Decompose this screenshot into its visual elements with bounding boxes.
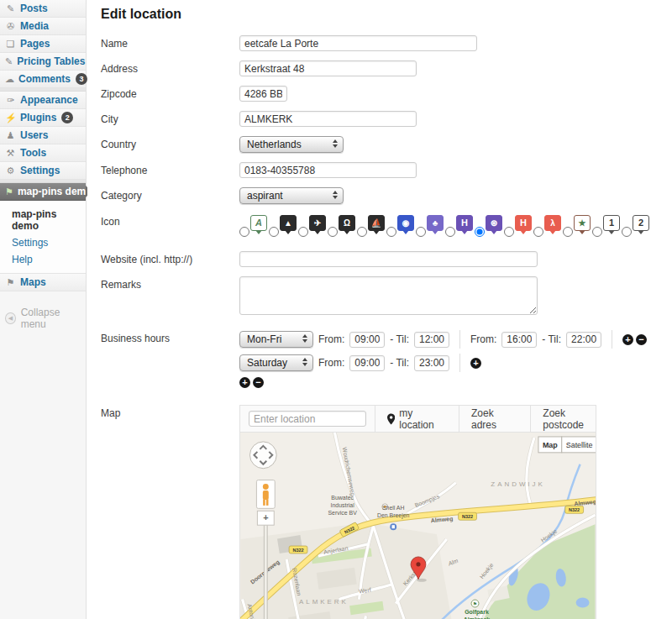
icon-radio-monument-pin[interactable] (269, 227, 279, 237)
telephone-row: Telephone (101, 162, 672, 178)
remarks-label: Remarks (101, 276, 239, 315)
icon-radio-stars-pin[interactable] (563, 227, 573, 237)
til-time-2a[interactable] (414, 355, 449, 371)
icon-option-letter-a-pin: A (239, 215, 267, 238)
map-canvas[interactable]: N322 N322 N322 N322 ZANDWI (239, 432, 596, 619)
plugins-count-badge: 2 (61, 112, 73, 123)
zoek-postcode-button[interactable]: Zoek postcode (530, 406, 596, 433)
day-select-2[interactable]: Saturday (239, 354, 313, 371)
icon-radio-number-2-pin[interactable] (622, 227, 632, 237)
route-badge-n322: N322 (459, 512, 477, 520)
map-pan-control[interactable] (249, 442, 276, 469)
name-row: Name (101, 35, 672, 51)
sidebar-item-pricing-tables[interactable]: ✎ Pricing Tables (0, 53, 86, 71)
sidebar-item-maps[interactable]: ⚑ Maps (0, 274, 86, 291)
country-select[interactable]: Netherlands (239, 136, 344, 153)
icon-radio-balloon-pin[interactable] (328, 227, 338, 237)
my-location-button[interactable]: my location (375, 406, 459, 433)
icon-radio-ski-pin[interactable] (533, 227, 543, 237)
hospital-red-pin-icon[interactable]: H (515, 215, 532, 231)
stars-pin-icon[interactable]: ★ (574, 215, 591, 231)
sidebar-item-posts[interactable]: ✎ Posts (0, 0, 86, 18)
hotel-purple-pin-icon[interactable]: H (456, 215, 473, 231)
zoek-adres-label: Zoek adres (471, 407, 518, 431)
icon-radio-letter-a-pin[interactable] (239, 227, 249, 237)
camera-pin-icon[interactable]: ◉ (397, 215, 414, 231)
remove-hours-button[interactable]: − (636, 334, 647, 345)
icon-radio-sailing-pin[interactable] (357, 227, 367, 237)
remarks-row: Remarks (101, 276, 672, 315)
sidebar-item-appearance[interactable]: ✑ Appearance (0, 92, 86, 109)
sidebar-item-map-pins-demo[interactable]: ⚑ map-pins demo (0, 183, 86, 201)
sidebar-item-label: Pages (20, 38, 50, 50)
svg-text:Industrial: Industrial (331, 502, 355, 508)
sidebar-item-tools[interactable]: ⚒ Tools (0, 144, 86, 162)
map-search-input[interactable] (249, 411, 366, 427)
sidebar-item-comments[interactable]: ☁ Comments 3 (0, 71, 86, 88)
sidebar-item-media[interactable]: ✇ Media (0, 18, 86, 35)
number-2-pin-icon[interactable]: 2 (633, 215, 649, 231)
airport-pin-icon[interactable]: ✈ (309, 215, 326, 231)
sidebar-item-users[interactable]: ♟ Users (0, 127, 86, 144)
sidebar-item-label: Maps (20, 276, 46, 288)
icon-option-hospital-red-pin: H (504, 215, 532, 238)
address-label: Address (101, 60, 239, 76)
monument-pin-icon[interactable]: ▲ (280, 215, 297, 231)
park-pin-icon[interactable]: ♣ (427, 215, 444, 231)
from-time-1b[interactable] (501, 332, 537, 348)
letter-a-pin-icon[interactable]: A (250, 215, 267, 231)
collapse-menu-button[interactable]: ◀ Collapse menu (0, 303, 86, 333)
balloon-pin-icon[interactable]: Ω (339, 215, 355, 231)
icon-radio-number-1-pin[interactable] (592, 227, 602, 237)
name-field[interactable] (239, 35, 477, 51)
day-selected-value: Saturday (247, 357, 287, 369)
til-time-1a[interactable] (414, 332, 449, 348)
settings-icon: ⚙ (5, 165, 16, 176)
address-field[interactable] (239, 60, 417, 76)
maps-icon: ⚑ (5, 277, 16, 288)
sidebar-item-pages[interactable]: ❏ Pages (0, 35, 86, 53)
street-view-pegman[interactable] (256, 480, 275, 509)
icon-option-stars-pin: ★ (563, 215, 591, 238)
add-day-button[interactable]: + (239, 377, 250, 388)
zoek-adres-button[interactable]: Zoek adres (459, 406, 530, 433)
compass-pin-icon[interactable]: ⊛ (486, 215, 502, 231)
city-field[interactable] (239, 111, 417, 127)
category-select[interactable]: aspirant (239, 187, 344, 204)
icon-radio-park-pin[interactable] (416, 227, 426, 237)
sidebar-item-plugins[interactable]: ⚡ Plugins 2 (0, 109, 86, 127)
icon-options: A▲✈Ω⛵◉♣H⊛Hλ★12 (239, 213, 649, 238)
icon-radio-camera-pin[interactable] (386, 227, 396, 237)
category-selected-value: aspirant (247, 190, 283, 202)
website-field[interactable] (239, 251, 538, 267)
zipcode-field[interactable] (239, 86, 287, 102)
zoom-in-button[interactable]: + (257, 511, 274, 525)
icon-radio-airport-pin[interactable] (298, 227, 308, 237)
sailing-pin-icon[interactable]: ⛵ (368, 215, 385, 231)
submenu-item-map-pins-demo[interactable]: map-pins demo (12, 206, 86, 234)
remarks-field[interactable] (239, 276, 538, 315)
number-1-pin-icon[interactable]: 1 (603, 215, 620, 231)
til-label: - Til: (542, 333, 561, 345)
add-hours-button[interactable]: + (470, 358, 481, 369)
icon-radio-hotel-purple-pin[interactable] (445, 227, 455, 237)
admin-sidebar: ✎ Posts ✇ Media ❏ Pages ✎ Pricing Tables… (0, 0, 87, 619)
icon-row: Icon A▲✈Ω⛵◉♣H⊛Hλ★12 (101, 213, 672, 238)
ski-pin-icon[interactable]: λ (544, 215, 561, 231)
map-type-map-button[interactable]: Map (538, 437, 562, 453)
remove-day-button[interactable]: − (253, 377, 264, 388)
telephone-field[interactable] (239, 162, 417, 178)
submenu-item-help[interactable]: Help (12, 251, 86, 268)
add-hours-button[interactable]: + (622, 334, 633, 345)
media-icon: ✇ (5, 21, 16, 32)
sidebar-item-settings[interactable]: ⚙ Settings (0, 162, 86, 180)
submenu-item-settings[interactable]: Settings (12, 234, 86, 251)
from-time-1a[interactable] (349, 332, 385, 348)
from-time-2a[interactable] (349, 355, 385, 371)
my-location-label: my location (399, 407, 447, 431)
til-time-1b[interactable] (566, 332, 601, 348)
map-type-satellite-button[interactable]: Satellite (562, 437, 596, 453)
day-select-1[interactable]: Mon-Fri (239, 331, 313, 348)
icon-radio-hospital-red-pin[interactable] (504, 227, 514, 237)
icon-radio-compass-pin[interactable] (475, 227, 485, 237)
